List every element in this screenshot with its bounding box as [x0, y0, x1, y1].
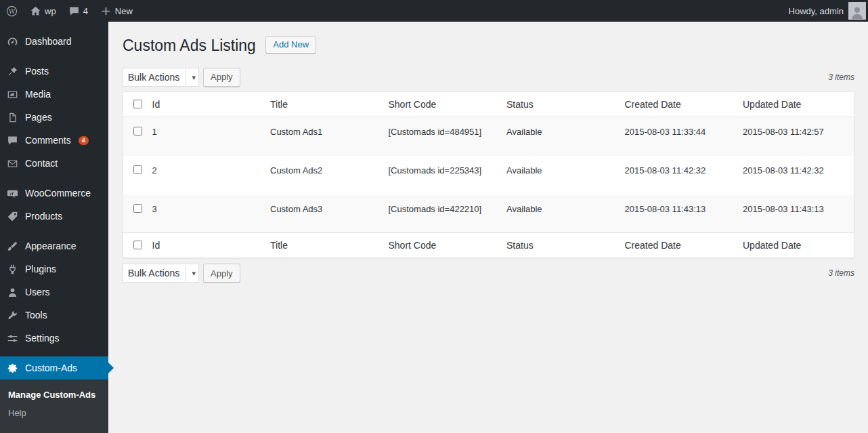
table-row: 1 Custom Ads1 [Customads id=484951] Avai…: [123, 117, 854, 156]
plugins-plug-icon: [5, 262, 19, 276]
wordpress-logo[interactable]: W: [0, 0, 24, 22]
media-icon: [5, 87, 19, 101]
column-footer-id: Id: [146, 233, 264, 258]
cell-created-date: 2015-08-03 11:43:13: [618, 194, 737, 233]
sidebar-item-label: Media: [25, 89, 51, 100]
cell-short-code: [Customads id=225343]: [382, 156, 500, 194]
new-label: New: [115, 6, 133, 16]
menu-separator: [0, 175, 108, 182]
cell-status: Available: [500, 117, 618, 156]
sidebar-item-plugins[interactable]: Plugins: [0, 257, 108, 281]
bulk-actions-select[interactable]: Bulk Actions: [123, 68, 199, 87]
sidebar-item-label: Users: [25, 287, 50, 297]
column-header-title: Title: [263, 91, 382, 117]
comment-bubble-icon: [68, 5, 80, 17]
cell-updated-date: 2015-08-03 11:43:13: [736, 194, 854, 233]
admin-bar: W wp 4 New Howdy, admin: [0, 0, 868, 22]
cell-id: 1: [146, 117, 264, 156]
column-footer-title: Title: [263, 233, 382, 258]
bulk-actions-select-wrap-bottom: Bulk Actions: [123, 264, 199, 283]
row-checkbox[interactable]: [133, 204, 142, 213]
sidebar-item-label: WooCommerce: [25, 188, 91, 199]
items-count-bottom: 3 items: [828, 268, 854, 278]
sidebar-item-pages[interactable]: Pages: [0, 106, 108, 129]
sidebar-item-custom-ads[interactable]: Custom-Ads: [0, 356, 108, 379]
howdy-account-link[interactable]: Howdy, admin: [789, 6, 844, 16]
site-name-label: wp: [45, 6, 56, 16]
cell-created-date: 2015-08-03 11:42:32: [618, 156, 737, 194]
dashboard-icon: [5, 35, 19, 48]
avatar[interactable]: [848, 2, 866, 20]
submenu-item-manage-custom-ads[interactable]: Manage Custom-Ads: [0, 386, 108, 404]
sidebar-item-label: Contact: [25, 158, 58, 169]
select-all-checkbox-bottom[interactable]: [133, 241, 142, 249]
table-footer: Id Title Short Code Status Created Date …: [123, 233, 854, 258]
table-row: 3 Custom Ads3 [Customads id=422210] Avai…: [123, 194, 854, 233]
add-new-button[interactable]: Add New: [265, 36, 316, 54]
sidebar-item-media[interactable]: Media: [0, 83, 108, 106]
cell-title: Custom Ads3: [263, 194, 382, 233]
sidebar-item-comments[interactable]: Comments 4: [0, 129, 108, 152]
menu-separator: [0, 53, 108, 60]
cell-status: Available: [500, 156, 618, 194]
gear-icon: [5, 361, 19, 375]
settings-sliders-icon: [5, 331, 19, 345]
site-name-menu[interactable]: wp: [24, 0, 62, 22]
apply-button-bottom[interactable]: Apply: [203, 264, 240, 283]
comments-icon: [5, 133, 19, 147]
custom-ads-submenu: Manage Custom-Ads Help: [0, 379, 108, 433]
cell-updated-date: 2015-08-03 11:42:32: [736, 156, 854, 194]
new-content-menu[interactable]: New: [94, 0, 139, 22]
cell-id: 3: [146, 194, 264, 233]
column-footer-status: Status: [500, 233, 618, 258]
row-checkbox[interactable]: [133, 127, 142, 136]
sidebar-item-label: Posts: [25, 66, 49, 77]
submenu-item-help[interactable]: Help: [0, 404, 108, 422]
cell-short-code: [Customads id=422210]: [382, 194, 500, 233]
sidebar-item-dashboard[interactable]: Dashboard: [0, 30, 108, 53]
column-header-id: Id: [146, 91, 264, 117]
column-header-status: Status: [500, 91, 618, 117]
bulk-actions-select-bottom[interactable]: Bulk Actions: [123, 264, 199, 283]
sidebar-item-label: Dashboard: [25, 36, 72, 47]
sidebar-item-appearance[interactable]: Appearance: [0, 234, 108, 257]
column-footer-created-date: Created Date: [618, 233, 737, 258]
users-person-icon: [5, 285, 19, 299]
column-footer-short-code: Short Code: [382, 233, 500, 258]
sidebar-item-settings[interactable]: Settings: [0, 327, 108, 350]
avatar-person-icon: [850, 5, 865, 20]
sidebar-item-products[interactable]: Products: [0, 205, 108, 228]
sidebar-item-woocommerce[interactable]: WooCommerce: [0, 182, 108, 205]
sidebar-item-tools[interactable]: Tools: [0, 304, 108, 327]
cell-status: Available: [500, 194, 618, 233]
tablenav-bottom: Bulk Actions Apply 3 items: [123, 264, 854, 283]
admin-sidebar: Dashboard Posts Media Pages Comments: [0, 22, 108, 433]
home-icon: [30, 5, 41, 17]
menu-separator: [0, 228, 108, 234]
select-all-checkbox-top[interactable]: [133, 100, 142, 108]
cell-created-date: 2015-08-03 11:33:44: [618, 117, 737, 156]
column-header-updated-date: Updated Date: [736, 91, 854, 117]
column-header-short-code: Short Code: [382, 91, 500, 117]
column-footer-updated-date: Updated Date: [736, 233, 854, 258]
bulk-actions-select-wrap: Bulk Actions: [123, 68, 199, 87]
main-content: Custom Ads Listing Add New Bulk Actions …: [108, 0, 868, 283]
table-row: 2 Custom Ads2 [Customads id=225343] Avai…: [123, 156, 854, 194]
sidebar-item-label: Settings: [25, 333, 60, 344]
plus-icon: [100, 5, 112, 17]
row-checkbox[interactable]: [133, 165, 142, 174]
tools-wrench-icon: [5, 308, 19, 322]
comment-count: 4: [83, 6, 88, 16]
cell-updated-date: 2015-08-03 11:42:57: [736, 117, 854, 156]
sidebar-item-users[interactable]: Users: [0, 281, 108, 304]
sidebar-item-label: Pages: [25, 112, 52, 123]
pages-icon: [5, 110, 19, 124]
comments-shortcut[interactable]: 4: [62, 0, 94, 22]
apply-button[interactable]: Apply: [203, 68, 240, 87]
sidebar-item-label: Appearance: [25, 241, 77, 251]
woocommerce-icon: [5, 186, 19, 200]
page-title: Custom Ads Listing: [123, 36, 256, 56]
sidebar-item-contact[interactable]: Contact: [0, 152, 108, 175]
sidebar-item-posts[interactable]: Posts: [0, 60, 108, 83]
email-icon: [5, 157, 19, 170]
